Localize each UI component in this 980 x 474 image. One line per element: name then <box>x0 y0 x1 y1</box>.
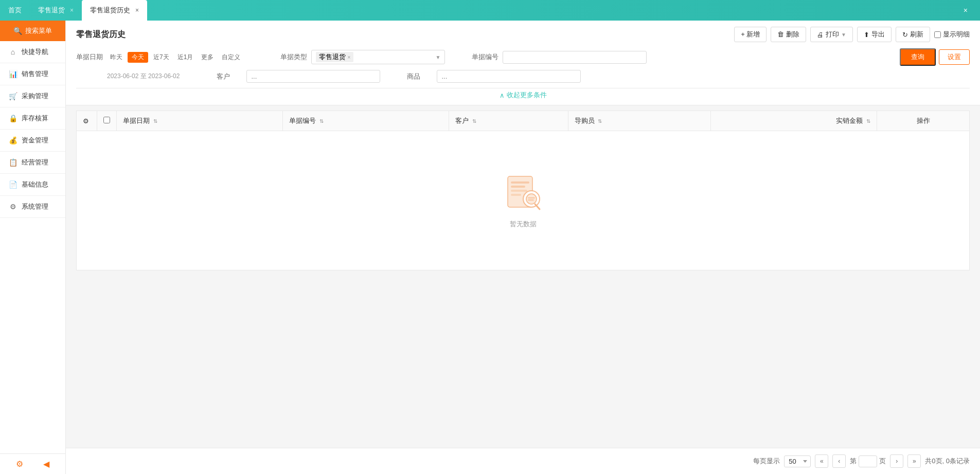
date-btn-更多[interactable]: 更多 <box>198 52 217 63</box>
new-button[interactable]: + 新增 <box>734 27 767 42</box>
show-detail-input[interactable] <box>934 31 941 38</box>
sidebar-item-sales-mgmt[interactable]: 📊 销售管理 <box>0 63 65 85</box>
sidebar-item-quick-nav[interactable]: ⌂ 快捷导航 <box>0 41 65 63</box>
svg-rect-4 <box>511 194 521 196</box>
voucher-type-tag-close[interactable]: × <box>347 54 350 60</box>
th-amount: 实销金额 ⇅ <box>710 111 877 131</box>
last-page-btn[interactable]: » <box>907 454 921 468</box>
search-icon: 🔍 <box>13 27 22 35</box>
nav-label-operations: 经营管理 <box>22 158 48 167</box>
page-size-select[interactable]: 2050100 <box>784 455 811 467</box>
date-btn-昨天[interactable]: 昨天 <box>107 52 126 63</box>
customer-sort-icon[interactable]: ⇅ <box>472 118 476 124</box>
top-bar: 首页零售退货×零售退货历史× × <box>0 0 980 21</box>
table-head: ⚙ 单据日期 ⇅ 单据编号 ⇅ <box>77 111 970 131</box>
print-button[interactable]: 🖨 🖨 打印 打印 ▼ <box>810 27 853 42</box>
nav-label-base-info: 基础信息 <box>22 180 48 189</box>
export-button[interactable]: ⬆ 导出 <box>857 27 892 42</box>
page-header: 零售退货历史 + 新增 🗑 删除 🖨 🖨 打印 打印 ▼ ⬆ 导出 <box>66 21 980 105</box>
sidebar-item-operations[interactable]: 📋 经营管理 <box>0 152 65 174</box>
sidebar: 🔍 搜索菜单 ⌂ 快捷导航 📊 销售管理 🛒 采购管理 🔒 库存核算 💰 资金管… <box>0 21 66 474</box>
sidebar-search-label: 搜索菜单 <box>25 26 52 35</box>
filter-row-2: 2023-06-02 至 2023-06-02 客户 商品 <box>76 70 970 83</box>
table-area: ⚙ 单据日期 ⇅ 单据编号 ⇅ <box>66 105 980 448</box>
sidebar-item-finance[interactable]: 💰 资金管理 <box>0 130 65 152</box>
filter-area: 单据日期 昨天今天近7天近1月更多自定义 单据类型 零售退货 × <box>76 48 970 105</box>
date-filter: 单据日期 昨天今天近7天近1月更多自定义 <box>76 52 243 63</box>
th-date-label: 单据日期 <box>123 117 150 124</box>
query-button[interactable]: 查询 <box>900 48 936 66</box>
th-guide: 导购员 ⇅ <box>568 111 710 131</box>
select-all-checkbox[interactable] <box>103 117 110 123</box>
refresh-button[interactable]: ↻ 刷新 <box>896 27 930 42</box>
nav-label-sales-mgmt: 销售管理 <box>22 69 48 79</box>
goods-input[interactable] <box>437 70 581 83</box>
voucher-no-input[interactable] <box>503 51 647 64</box>
nav-label-purchase-mgmt: 采购管理 <box>22 92 48 101</box>
sidebar-item-purchase-mgmt[interactable]: 🛒 采购管理 <box>0 85 65 107</box>
first-page-btn[interactable]: « <box>815 454 828 468</box>
next-page-btn[interactable]: › <box>890 454 903 468</box>
date-range-item: 2023-06-02 至 2023-06-02 <box>76 72 180 81</box>
gear-icon: ⚙ <box>83 117 89 125</box>
customer-input[interactable] <box>246 70 380 83</box>
th-amount-label: 实销金额 <box>836 117 863 124</box>
collapse-filter-btn[interactable]: ∧ 收起更多条件 <box>76 88 970 105</box>
table-header-row: ⚙ 单据日期 ⇅ 单据编号 ⇅ <box>77 111 970 131</box>
main-layout: 🔍 搜索菜单 ⌂ 快捷导航 📊 销售管理 🛒 采购管理 🔒 库存核算 💰 资金管… <box>0 21 980 474</box>
page-title: 零售退货历史 <box>76 29 126 40</box>
th-date: 单据日期 ⇅ <box>117 111 283 131</box>
no-sort-icon[interactable]: ⇅ <box>319 118 324 124</box>
voucher-type-select[interactable]: 零售退货 × ▼ <box>311 50 445 64</box>
settings-icon[interactable]: ⚙ <box>16 459 23 469</box>
guide-sort-icon[interactable]: ⇅ <box>598 118 602 124</box>
nav-label-inventory: 库存核算 <box>22 114 48 123</box>
empty-state: 暂无数据 <box>77 131 969 270</box>
empty-state-row: 暂无数据 <box>77 131 970 270</box>
tab-retail-return-history[interactable]: 零售退货历史× <box>82 0 147 21</box>
sidebar-nav: ⌂ 快捷导航 📊 销售管理 🛒 采购管理 🔒 库存核算 💰 资金管理 📋 经营管… <box>0 41 65 453</box>
voucher-type-tag-label: 零售退货 <box>319 52 346 62</box>
nav-label-quick-nav: 快捷导航 <box>22 47 48 57</box>
refresh-icon: ↻ <box>902 31 908 39</box>
sidebar-search[interactable]: 🔍 搜索菜单 <box>0 21 65 41</box>
th-actions: 操作 <box>877 111 970 131</box>
voucher-type-tag: 零售退货 × <box>316 52 353 62</box>
tab-close-retail-return[interactable]: × <box>70 7 74 14</box>
tab-retail-return[interactable]: 零售退货× <box>30 0 82 21</box>
nav-icon-finance: 💰 <box>8 136 17 145</box>
tab-bar: 首页零售退货×零售退货历史× <box>0 0 959 21</box>
th-check[interactable] <box>97 111 117 131</box>
date-btn-自定义[interactable]: 自定义 <box>219 52 243 63</box>
content-area: 零售退货历史 + 新增 🗑 删除 🖨 🖨 打印 打印 ▼ ⬆ 导出 <box>66 21 980 474</box>
date-btn-近1月[interactable]: 近1月 <box>174 52 197 63</box>
tab-label-home: 首页 <box>8 6 22 15</box>
voucher-no-label: 单据编号 <box>472 52 498 62</box>
svg-rect-2 <box>511 186 525 188</box>
date-sort-icon[interactable]: ⇅ <box>153 118 157 124</box>
date-range-text: 2023-06-02 至 2023-06-02 <box>107 72 180 81</box>
page-unit: 页 <box>879 457 886 466</box>
nav-label-system-mgmt: 系统管理 <box>22 202 48 211</box>
show-detail-checkbox[interactable]: 显示明细 <box>934 30 970 39</box>
tab-home[interactable]: 首页 <box>0 0 30 21</box>
sidebar-item-inventory[interactable]: 🔒 库存核算 <box>0 107 65 130</box>
date-btn-近7天[interactable]: 近7天 <box>150 52 172 63</box>
collapse-icon[interactable]: ◀ <box>43 459 49 469</box>
delete-button[interactable]: 🗑 删除 <box>771 27 806 42</box>
page-number-input[interactable]: 1 <box>859 455 877 467</box>
sidebar-item-system-mgmt[interactable]: ⚙ 系统管理 <box>0 196 65 218</box>
th-actions-label: 操作 <box>917 117 930 124</box>
date-btn-今天[interactable]: 今天 <box>128 52 148 63</box>
sidebar-item-base-info[interactable]: 📄 基础信息 <box>0 174 65 196</box>
nav-icon-quick-nav: ⌂ <box>8 47 17 57</box>
setting-button[interactable]: 设置 <box>939 49 970 65</box>
prev-page-btn[interactable]: ‹ <box>832 454 846 468</box>
tab-close-retail-return-history[interactable]: × <box>135 7 139 14</box>
goods-filter: 商品 <box>407 70 581 83</box>
th-gear[interactable]: ⚙ <box>77 111 97 131</box>
empty-illustration <box>503 172 544 213</box>
amount-sort-icon[interactable]: ⇅ <box>866 118 870 124</box>
window-close-btn[interactable]: × <box>959 4 972 16</box>
voucher-type-filter: 单据类型 零售退货 × ▼ <box>280 50 445 64</box>
